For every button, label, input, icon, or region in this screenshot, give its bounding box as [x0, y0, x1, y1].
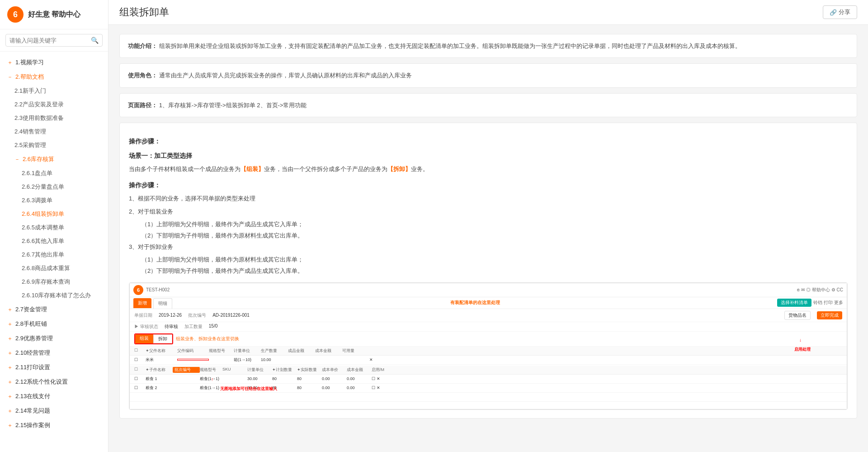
col-op [369, 348, 382, 354]
tab-detail[interactable]: 明细 [153, 298, 172, 309]
sidebar-item-s2_10[interactable]: ＋ 2.10经营管理 [0, 346, 108, 360]
cell-unit: 箱(1→10) [234, 357, 261, 363]
cell-name: 米米 [146, 357, 177, 363]
fake-value-num: 15/0 [209, 324, 217, 330]
sidebar-item-s2_6_9[interactable]: 2.6.9库存账本查询 [0, 275, 108, 289]
sidebar-item-s2_6[interactable]: － 2.6库存核算 [0, 152, 108, 167]
plus-icon-2_11: ＋ [7, 364, 13, 371]
fake-subrow-4 [130, 402, 847, 409]
role-label: 使用角色： [128, 72, 157, 79]
scol-name: ✦子件名称 [146, 367, 173, 373]
fake-label-no: 批次编号 [188, 312, 206, 319]
step2-sub1: （1）上部明细为父件明细，最终作为产成品生成其它入库单； [129, 219, 848, 230]
step3: 3、对于拆卸业务 [129, 242, 848, 253]
fake-table-header: ☐ ✦父件名称 父件编码 规格型号 计量单位 生产数量 成品金额 成本金额 可用… [130, 347, 847, 356]
sidebar-item-s2_8[interactable]: ＋ 2.8手机旺铺 [0, 317, 108, 331]
share-icon: 🔗 [830, 9, 837, 16]
col-check: ☐ [134, 348, 146, 354]
fake-value-date: 2019-12-26 [159, 313, 182, 318]
search-input[interactable] [9, 37, 91, 44]
fake-toggle-assemble[interactable]: 组装 [135, 334, 153, 343]
sidebar-item-s2_3[interactable]: 2.3使用前数据准备 [0, 111, 108, 125]
step2-sub2: （2）下部明细为子件明细，最终作为原材料生成其它出库单。 [129, 230, 848, 242]
sidebar-item-s2_6_3[interactable]: 2.6.3调拨单 [0, 194, 108, 207]
sidebar-item-s2[interactable]: － 2.帮助文档 [0, 70, 108, 84]
sidebar-item-s1[interactable]: ＋ 1.视频学习 [0, 55, 108, 70]
scol-count: 计量单位 [247, 367, 272, 373]
path-block: 页面路径： 1、库存核算->库存管理->组装拆卸单 2、首页->常用功能 [119, 93, 857, 117]
sidebar-item-s2_6_8[interactable]: 2.6.8商品成本重算 [0, 262, 108, 275]
logo-text: 好生意 帮助中心 [28, 10, 80, 19]
fake-type-row: 组装 拆卸 组装业务、拆卸业务在这里切换 [130, 332, 847, 347]
cell-code-input[interactable] [177, 359, 209, 361]
fake-breadcrumb: TEST-H002 [146, 287, 170, 292]
minus-icon-2_6: － [14, 156, 20, 163]
plus-icon-2_15: ＋ [7, 422, 13, 429]
sidebar-item-s2_6_1[interactable]: 2.6.1盘点单 [0, 167, 108, 180]
app-logo-small: 6 [133, 285, 143, 295]
scol-spec: 规格型号 [200, 367, 222, 373]
sidebar-item-s2_7[interactable]: ＋ 2.7资金管理 [0, 302, 108, 317]
screenshot-inner: 6 TEST-H002 ⊕ ✉ ◎ 帮助中心 ⚙ CC 新增 明细 有装配清单的… [129, 283, 847, 409]
search-box: 🔍 [5, 34, 103, 47]
plus-icon-2_8: ＋ [7, 320, 13, 328]
fake-subrow-1: ☐ 粮食 1 粮食(1→1) 30.00 80 80 0.00 0.00 ☐ ✕ [130, 375, 847, 384]
sidebar-item-s2_6_4[interactable]: 2.6.4组装拆卸单 [0, 207, 108, 221]
fake-subrow-3 [130, 393, 847, 402]
sidebar-item-s2_14[interactable]: ＋ 2.14常见问题 [0, 404, 108, 418]
annotation-add: 无图地添加可往结合在这里输入 [220, 386, 277, 392]
scenario-desc: 当由多个子件材料组装成一个成品的业务为【组装】业务，当由一个父件拆分成多个子产品… [129, 164, 848, 175]
cell-op: ✕ [369, 357, 382, 362]
col-plan: 生产数量 [261, 348, 288, 354]
sidebar-item-s2_15[interactable]: ＋ 2.15操作案例 [0, 418, 108, 433]
fake-type-annotation: 组装业务、拆卸业务在这里切换 [176, 336, 239, 342]
sidebar-item-s2_6_6[interactable]: 2.6.6其他入库单 [0, 234, 108, 248]
scol-cost1: 成本单价 [322, 367, 347, 373]
col-count: 计量单位 [234, 348, 261, 354]
cell-check: ☐ [134, 357, 146, 362]
col-cost: 成品金额 [288, 348, 315, 354]
fake-subtable-header: ☐ ✦子件名称 批次编号 规格型号 SKU 计量单位 ✦计划数量 ✦实际数量 成… [130, 366, 847, 375]
tab-new[interactable]: 新增 [133, 298, 151, 308]
top-bar: 组装拆卸单 🔗 分享 [108, 0, 868, 25]
sidebar-item-s2_6_2[interactable]: 2.6.2分量盘点单 [0, 180, 108, 194]
search-icon[interactable]: 🔍 [91, 37, 99, 44]
cell-plan: 10.00 [261, 357, 288, 362]
plus-icon-2_12: ＋ [7, 378, 13, 386]
sidebar-item-s2_13[interactable]: ＋ 2.13在线支付 [0, 389, 108, 404]
share-button[interactable]: 🔗 分享 [823, 5, 857, 19]
sidebar-item-label: 1.视频学习 [15, 58, 44, 67]
sidebar-item-s2_5[interactable]: 2.5采购管理 [0, 138, 108, 152]
sidebar-item-s2_6_7[interactable]: 2.6.7其他出库单 [0, 248, 108, 262]
fake-label-status: ▶ 审核状态 [134, 324, 158, 330]
sidebar-item-s2_1[interactable]: 2.1新手入门 [0, 84, 108, 98]
sidebar-item-s2_6_5[interactable]: 2.6.5成本调整单 [0, 221, 108, 234]
fake-confirm-btn[interactable]: 立即完成 [817, 311, 842, 319]
screenshot-block: 6 TEST-H002 ⊕ ✉ ◎ 帮助中心 ⚙ CC 新增 明细 有装配清单的… [129, 282, 848, 410]
sidebar: 6 好生意 帮助中心 🔍 ＋ 1.视频学习 － 2.帮助文档 2.1新手入门 2… [0, 0, 108, 452]
main-content: 组装拆卸单 🔗 分享 功能介绍： 组装拆卸单用来处理企业组装或拆卸等加工业务，支… [108, 0, 868, 452]
fake-label-date: 单据日期 [134, 312, 152, 319]
sidebar-item-s2_9[interactable]: ＋ 2.9优惠券管理 [0, 331, 108, 346]
col-parent: ✦父件名称 [146, 348, 177, 354]
sidebar-item-s2_4[interactable]: 2.4销售管理 [0, 125, 108, 138]
col-avail: 可用量 [342, 348, 369, 354]
page-title: 组装拆卸单 [119, 5, 169, 19]
sidebar-item-s2_6_10[interactable]: 2.6.10库存账本错了怎么办 [0, 289, 108, 302]
plus-icon-2_10: ＋ [7, 349, 13, 357]
ops-heading: 操作步骤： [129, 138, 848, 146]
sidebar-item-s2_12[interactable]: ＋ 2.12系统个性化设置 [0, 375, 108, 389]
sidebar-item-label: 2.帮助文档 [15, 73, 44, 81]
intro-block: 功能介绍： 组装拆卸单用来处理企业组装或拆卸等加工业务，支持有固定装配清单的产品… [119, 34, 857, 58]
fake-toggle-disassemble[interactable]: 拆卸 [153, 334, 172, 343]
sidebar-item-s2_2[interactable]: 2.2产品安装及登录 [0, 98, 108, 111]
minus-icon: － [7, 73, 13, 81]
fake-search-input[interactable]: 货物品名 [784, 311, 811, 320]
step3-sub2: （2）下部明细为子件明细，最终作为产成品生成其它入库单。 [129, 266, 848, 277]
intro-text: 组装拆卸单用来处理企业组装或拆卸等加工业务，支持有固定装配清单的产品加工业务，也… [159, 43, 741, 49]
fake-type-toggle[interactable]: 组装 拆卸 [134, 333, 173, 344]
fake-btn-confirm[interactable]: 选择补料清单 [777, 299, 811, 307]
annotation-enable: 启用处理 [794, 347, 811, 352]
sidebar-item-s2_11[interactable]: ＋ 2.11打印设置 [0, 360, 108, 375]
col-parent-code: 父件编码 [177, 348, 209, 354]
